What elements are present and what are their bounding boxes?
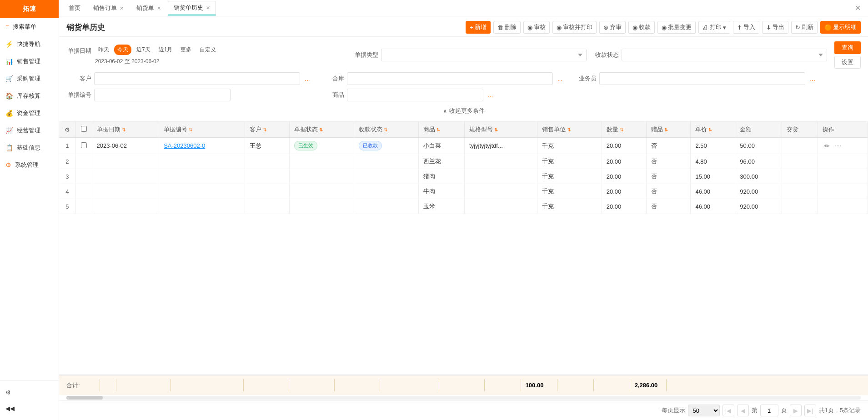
- edit-icon[interactable]: ✏: [823, 141, 832, 150]
- th-settings[interactable]: ⚙: [59, 122, 75, 138]
- th-checkbox[interactable]: [75, 122, 92, 138]
- row-unit: 千克: [537, 169, 602, 184]
- audit-button[interactable]: ◉ 审核: [523, 21, 550, 34]
- filter-settings-button[interactable]: 设置: [834, 56, 861, 69]
- row-checkbox[interactable]: [75, 138, 92, 154]
- export-button[interactable]: ⬇ 导出: [762, 21, 788, 34]
- date-tag-yesterday[interactable]: 昨天: [95, 45, 112, 55]
- delete-button[interactable]: 🗑 删除: [493, 21, 521, 34]
- filter-product-field: 商品 ...: [319, 89, 565, 101]
- row-date: [92, 154, 159, 169]
- sidebar-bottom-settings[interactable]: ⚙: [0, 385, 59, 400]
- th-unit[interactable]: 销售单位 ⇅: [537, 122, 602, 138]
- date-tag-more[interactable]: 更多: [177, 45, 195, 55]
- th-price[interactable]: 单价 ⇅: [691, 122, 735, 138]
- th-doc-status[interactable]: 单据状态 ⇅: [290, 122, 354, 138]
- th-number[interactable]: 单据编号 ⇅: [159, 122, 245, 138]
- date-tag-custom[interactable]: 自定义: [196, 45, 219, 55]
- prev-page-btn[interactable]: ◀: [737, 405, 749, 416]
- date-tag-last7[interactable]: 近7天: [133, 45, 154, 55]
- date-tag-last1m[interactable]: 近1月: [156, 45, 176, 55]
- row-seq: 5: [59, 199, 75, 214]
- th-customer[interactable]: 客户 ⇅: [245, 122, 290, 138]
- sidebar-item-fund-mgmt[interactable]: 💰 资金管理: [0, 105, 59, 122]
- th-gift[interactable]: 赠品 ⇅: [646, 122, 691, 138]
- row-number: [159, 154, 245, 169]
- abandon-button[interactable]: ⊗ 弃审: [599, 21, 626, 34]
- next-page-btn[interactable]: ▶: [790, 405, 802, 416]
- row-checkbox[interactable]: [75, 199, 92, 214]
- last-page-btn[interactable]: ▶|: [804, 405, 816, 416]
- customer-input[interactable]: [94, 72, 300, 85]
- tab-home[interactable]: 首页: [63, 1, 86, 15]
- sidebar-item-basic-info[interactable]: 📋 基础信息: [0, 139, 59, 156]
- print-button[interactable]: 🖨 打印 ▾: [698, 21, 730, 34]
- tab-sales-history-close[interactable]: ✕: [206, 5, 210, 11]
- product-more-btn[interactable]: ...: [486, 91, 495, 99]
- payment-status-select[interactable]: [622, 49, 827, 61]
- footer-label: 合计:: [66, 381, 80, 390]
- th-pay-status[interactable]: 收款状态 ⇅: [354, 122, 419, 138]
- per-page-select[interactable]: 50 100: [688, 405, 720, 416]
- tab-sales-goods[interactable]: 销货单 ✕: [130, 1, 167, 15]
- inventory-calc-icon: 🏠: [5, 92, 13, 100]
- audit-print-button[interactable]: ◉ 审核并打印: [552, 21, 597, 34]
- sidebar-item-search-menu[interactable]: ≡ 搜索菜单: [0, 18, 59, 35]
- row-pay-status: [354, 169, 419, 184]
- table-body: 1 2023-06-02 SA-20230602-0 王总 已生效 已收款 小白…: [59, 138, 868, 214]
- collect-icon: ◉: [632, 24, 637, 31]
- batch-change-button[interactable]: ◉ 批量变更: [657, 21, 696, 34]
- row-checkbox[interactable]: [75, 169, 92, 184]
- salesperson-more-btn[interactable]: ...: [808, 75, 817, 82]
- th-date[interactable]: 单据日期 ⇅: [92, 122, 159, 138]
- th-spec[interactable]: 规格型号 ⇅: [465, 122, 537, 138]
- query-button[interactable]: 查询: [834, 41, 861, 54]
- warehouse-more-btn[interactable]: ...: [556, 75, 565, 82]
- th-product[interactable]: 商品 ⇅: [418, 122, 464, 138]
- row-checkbox[interactable]: [75, 184, 92, 199]
- sidebar-item-label: 库存核算: [17, 92, 40, 100]
- sidebar-item-inventory-calc[interactable]: 🏠 库存核算: [0, 87, 59, 105]
- sidebar-item-label: 搜索菜单: [13, 23, 36, 31]
- row-checkbox[interactable]: [75, 154, 92, 169]
- doc-type-select[interactable]: [381, 49, 587, 61]
- sidebar-bottom-collapse[interactable]: ◀◀: [0, 400, 59, 416]
- first-page-btn[interactable]: |◀: [722, 405, 734, 416]
- collect-button[interactable]: ◉ 收款: [628, 21, 655, 34]
- refresh-button[interactable]: ↻ 刷新: [791, 21, 818, 34]
- th-qty[interactable]: 数量 ⇅: [602, 122, 646, 138]
- import-button[interactable]: ⬆ 导入: [733, 21, 759, 34]
- select-all-checkbox[interactable]: [81, 126, 87, 132]
- row-gift: 否: [646, 138, 691, 154]
- sidebar-item-sys-mgmt[interactable]: ⚙ 系统管理: [0, 156, 59, 174]
- scrollbar-thumb[interactable]: [66, 396, 103, 400]
- row-pay-status: [354, 199, 419, 214]
- collapse-button[interactable]: ∧ 收起更多条件: [441, 105, 487, 117]
- row-number[interactable]: SA-20230602-0: [159, 138, 245, 154]
- docnum-input[interactable]: [94, 89, 231, 101]
- new-button[interactable]: + 新增: [466, 21, 491, 34]
- window-close-btn[interactable]: ✕: [851, 4, 864, 12]
- warehouse-input[interactable]: [347, 72, 553, 85]
- tab-sales-goods-close[interactable]: ✕: [157, 5, 161, 11]
- date-tag-today[interactable]: 今天: [114, 45, 131, 55]
- search-menu-icon: ≡: [5, 23, 9, 30]
- more-actions-icon[interactable]: ⋯: [833, 141, 843, 150]
- salesperson-input[interactable]: [599, 72, 805, 85]
- tab-sales-order-close[interactable]: ✕: [120, 5, 124, 11]
- tab-sales-order[interactable]: 销售订单 ✕: [87, 1, 130, 15]
- sidebar-item-quick-nav[interactable]: ⚡ 快捷导航: [0, 35, 59, 53]
- page-number-input[interactable]: [760, 405, 778, 416]
- tab-sales-history[interactable]: 销货单历史 ✕: [168, 1, 216, 15]
- table-settings-icon[interactable]: ⚙: [65, 126, 70, 133]
- sidebar-item-sales-mgmt[interactable]: 📊 销售管理: [0, 53, 59, 70]
- row-select-checkbox[interactable]: [81, 142, 87, 148]
- table-container: ⚙ 单据日期 ⇅ 单据编号: [59, 122, 868, 375]
- sidebar-item-purchase-mgmt[interactable]: 🛒 采购管理: [0, 70, 59, 87]
- horizontal-scrollbar[interactable]: [66, 396, 861, 400]
- sidebar-item-ops-mgmt[interactable]: 📈 经营管理: [0, 122, 59, 139]
- display-button[interactable]: 🟠 显示明细: [820, 21, 861, 34]
- customer-more-btn[interactable]: ...: [303, 75, 312, 82]
- product-input[interactable]: [347, 89, 483, 101]
- unit-sort-icon: ⇅: [567, 127, 571, 132]
